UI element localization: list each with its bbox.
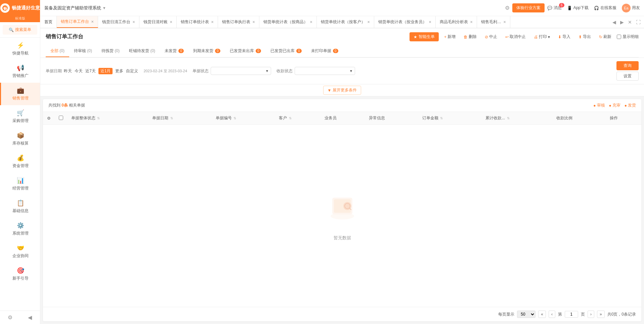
last-page-button[interactable]: » — [597, 311, 605, 318]
sidebar-item-marketing[interactable]: 📢 营销推广 — [0, 60, 40, 83]
filter-date-custom[interactable]: 自定义 — [126, 68, 138, 74]
tab-cash-daily[interactable]: 钱货日清工作台 ✕ — [98, 16, 139, 28]
unsuspend-button[interactable]: ↩ 取消中止 — [503, 33, 528, 41]
sub-tab-shipped-out[interactable]: 已发货已出库 0 — [266, 45, 306, 57]
tab-sales-more-close[interactable]: ✕ — [503, 20, 506, 24]
sub-tab-not-shipped[interactable]: 未发货 0 — [160, 45, 188, 57]
sidebar-item-system[interactable]: ⚙️ 系统管理 — [0, 218, 40, 240]
filter-date-1month[interactable]: 近1月 — [98, 68, 113, 74]
page-size-select[interactable]: 10 20 50 100 — [517, 311, 535, 318]
message-button[interactable]: 💬 消息 6 — [547, 5, 562, 11]
tab-sales-summary-customer[interactable]: 销货单统计表（按客户） ✕ — [317, 16, 374, 28]
tab-gross-profit[interactable]: 商品毛利分析表 ✕ — [436, 16, 477, 28]
filter-payment-select[interactable]: ▾ — [295, 67, 355, 75]
user-menu[interactable]: Ea 用友 — [622, 4, 640, 12]
review-icon: ● — [593, 103, 596, 108]
sidebar-item-finance[interactable]: 💰 资金管理 — [0, 150, 40, 173]
refresh-button[interactable]: ↻ 刷新 — [596, 33, 614, 41]
sidebar-item-purchase[interactable]: 🛒 采购管理 — [0, 105, 40, 128]
select-all-checkbox[interactable] — [59, 116, 63, 120]
tab-sales-summary-product-close[interactable]: ✕ — [310, 20, 312, 24]
tab-sales-exec[interactable]: 销售订单执行表 ✕ — [218, 16, 259, 28]
import-button[interactable]: ⬇ 导入 — [555, 33, 573, 41]
tab-sales-more[interactable]: 销售毛利… ✕ — [477, 16, 510, 28]
tab-home[interactable]: 首页 — [40, 16, 57, 28]
first-page-button[interactable]: « — [538, 311, 546, 318]
sidebar-collapse-button[interactable]: ◀ — [20, 311, 40, 324]
solution-button[interactable]: 体验行业方案 — [512, 3, 545, 12]
unsuspend-icon: ↩ — [505, 35, 509, 39]
sidebar-item-sales[interactable]: 💼 销售管理 — [0, 83, 40, 105]
revoke-action[interactable]: ● 充审 — [609, 103, 620, 108]
col-number-sort[interactable]: ⇅ — [233, 116, 236, 120]
online-service-button[interactable]: 🎧 在线客服 — [594, 5, 616, 11]
col-settings[interactable]: ⚙ — [43, 112, 55, 125]
print-button[interactable]: 🖨 打印 ▾ — [531, 33, 553, 41]
col-amount-sort[interactable]: ⇅ — [440, 116, 443, 120]
col-number-label: 单据编号 — [216, 116, 232, 120]
setting-button[interactable]: 设置 — [616, 72, 639, 81]
sidebar-item-guide[interactable]: 🎯 新手引导 — [0, 263, 40, 285]
tab-sales-order-close[interactable]: ✕ — [91, 20, 94, 24]
tab-sales-stat[interactable]: 销售订单统计表 ✕ — [177, 16, 218, 28]
tab-close-all-button[interactable]: ✕ — [627, 19, 633, 26]
search-menu-button[interactable]: 🔍 搜索菜单 — [3, 25, 37, 35]
topbar-gear-icon[interactable]: ⚙ — [505, 5, 510, 11]
tab-cash-reconcile-close[interactable]: ✕ — [170, 20, 172, 24]
col-date-sort[interactable]: ⇅ — [170, 116, 173, 120]
sidebar-item-operations[interactable]: 📊 经营管理 — [0, 173, 40, 195]
tab-sales-summary-staff-close[interactable]: ✕ — [429, 20, 431, 24]
tab-sales-summary-product[interactable]: 销货单统计表（按商品） ✕ — [259, 16, 317, 28]
col-exception-label: 异常信息 — [369, 116, 385, 120]
col-status-sort[interactable]: ⇅ — [97, 116, 100, 120]
smart-create-button[interactable]: ★ 智能生单 — [410, 32, 439, 41]
suspend-button[interactable]: ⊘ 中止 — [482, 33, 500, 41]
filter-date-more[interactable]: 更多 — [115, 68, 123, 74]
page-number-input[interactable] — [565, 311, 578, 318]
col-checkbox[interactable] — [55, 112, 67, 125]
sidebar-item-inventory[interactable]: 📦 库存核算 — [0, 128, 40, 150]
tab-sales-summary-customer-close[interactable]: ✕ — [367, 20, 370, 24]
filter-date-7days[interactable]: 近7天 — [85, 68, 96, 74]
tab-sales-stat-close[interactable]: ✕ — [211, 20, 214, 24]
app-download-button[interactable]: 📱 App下载 — [567, 5, 589, 11]
tab-sales-exec-close[interactable]: ✕ — [252, 20, 255, 24]
tab-prev-button[interactable]: ◀ — [611, 19, 617, 26]
sub-tab-all[interactable]: 全部 (0) — [46, 45, 69, 57]
show-detail-checkbox[interactable]: 显示明细 — [617, 34, 639, 40]
filter-date-today[interactable]: 今天 — [75, 68, 83, 74]
delete-icon: 🗑 — [464, 35, 468, 39]
sidebar-item-enterprise[interactable]: 🤝 企业协同 — [0, 240, 40, 263]
tab-sales-order[interactable]: 销售订单工作台 ✕ — [57, 16, 98, 28]
col-received-sort[interactable]: ⇅ — [507, 116, 510, 120]
system-icon: ⚙️ — [17, 222, 24, 229]
tab-fullscreen-button[interactable]: ⛶ — [635, 19, 642, 26]
filter-date-yesterday[interactable]: 昨天 — [64, 68, 72, 74]
sub-tab-shipped-not-out[interactable]: 已发货未出库 0 — [225, 45, 266, 57]
ship-action[interactable]: ● 发货 — [625, 103, 636, 108]
next-page-button[interactable]: › — [588, 311, 594, 318]
sub-tab-wangpu[interactable]: 旺铺待发货 (0) — [124, 45, 160, 57]
tab-sales-summary-staff[interactable]: 销货单统计表（按业务员） ✕ — [374, 16, 436, 28]
sub-tab-pending-check[interactable]: 待拣货 (0) — [97, 45, 124, 57]
show-detail-input[interactable] — [617, 35, 621, 39]
tab-next-button[interactable]: ▶ — [619, 19, 625, 26]
sidebar-item-base[interactable]: 📋 基础信息 — [0, 195, 40, 218]
sub-tab-pending-review[interactable]: 待审核 (0) — [69, 45, 97, 57]
tab-gross-profit-close[interactable]: ✕ — [470, 20, 473, 24]
sub-tab-overdue[interactable]: 到期未发货 0 — [188, 45, 225, 57]
tab-cash-daily-close[interactable]: ✕ — [132, 20, 135, 24]
sidebar-item-quick-nav[interactable]: ⚡ 快捷导航 — [0, 38, 40, 60]
sidebar-settings-button[interactable]: ⚙ — [0, 311, 20, 324]
col-customer-sort[interactable]: ⇅ — [289, 116, 292, 120]
tab-cash-reconcile[interactable]: 钱货日清对账 ✕ — [139, 16, 177, 28]
prev-page-button[interactable]: ‹ — [549, 311, 555, 318]
expand-conditions-button[interactable]: ▼ 展开更多条件 — [323, 86, 361, 95]
delete-button[interactable]: 🗑 删除 — [461, 33, 479, 41]
review-action[interactable]: ● 审核 — [593, 103, 605, 108]
add-button[interactable]: + 新增 — [441, 33, 458, 41]
filter-status-select[interactable]: ▾ — [211, 67, 271, 75]
sub-tab-not-printed[interactable]: 未打印单据 0 — [306, 45, 343, 57]
export-button[interactable]: ⬆ 导出 — [576, 33, 594, 41]
query-button[interactable]: 查询 — [616, 61, 639, 70]
